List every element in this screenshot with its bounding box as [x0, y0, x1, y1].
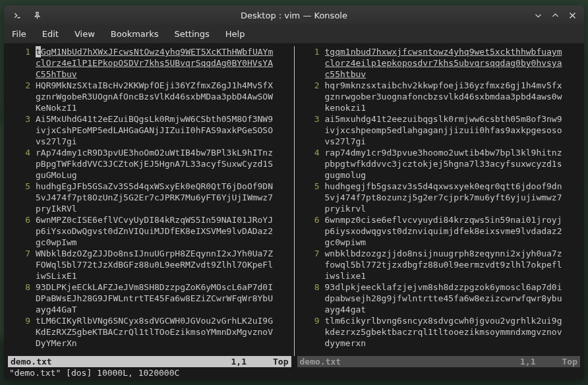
menu-file[interactable]: File [4, 25, 34, 43]
window-title: Desktop : vim — Konsole [4, 11, 584, 20]
vim-cmdline: "demo.txt" [dos] 10000L, 1020000C [8, 367, 580, 378]
menu-help[interactable]: Help [218, 25, 253, 43]
pin-icon[interactable] [29, 8, 45, 22]
titlebar[interactable]: Desktop : vim — Konsole [4, 5, 584, 25]
terminal-icon [9, 8, 25, 22]
status-filename: demo.txt [11, 356, 52, 367]
line-number-gutter: 1 2 3 4 5 6 7 8 9 [297, 46, 325, 356]
menu-bookmarks[interactable]: Bookmarks [103, 25, 167, 43]
cursor: t [36, 46, 41, 57]
buffer-right[interactable]: tgqm1nbud7hxwxjfcwsntowz4yhq9wet5xckthhw… [325, 46, 581, 356]
konsole-window: Desktop : vim — Konsole File Edit View B… [4, 5, 584, 380]
vim-pane-left[interactable]: 1 2 3 4 5 6 7 8 9 tGqM1NbUd7hXWxJFcwsNtO… [8, 46, 291, 356]
close-button[interactable] [564, 8, 580, 22]
statusline-inactive: demo.txt 1,1 Top [297, 356, 581, 367]
status-scroll: Top [273, 356, 288, 367]
vim-pane-right[interactable]: 1 2 3 4 5 6 7 8 9 tgqm1nbud7hxwxjfcwsnto… [297, 46, 581, 356]
vim-statusline: demo.txt 1,1 Top demo.txt 1,1 Top [8, 356, 580, 367]
menubar: File Edit View Bookmarks Settings Help [4, 25, 584, 44]
status-filename: demo.txt [300, 356, 341, 367]
vim-splits: 1 2 3 4 5 6 7 8 9 tGqM1NbUd7hXWxJFcwsNtO… [8, 46, 580, 356]
maximize-button[interactable] [547, 8, 563, 22]
status-scroll: Top [562, 356, 577, 367]
terminal-area[interactable]: 1 2 3 4 5 6 7 8 9 tGqM1NbUd7hXWxJFcwsNtO… [4, 44, 584, 380]
statusline-active: demo.txt 1,1 Top [8, 356, 291, 367]
menu-settings[interactable]: Settings [166, 25, 217, 43]
menu-view[interactable]: View [67, 25, 103, 43]
status-position: 1,1 [520, 356, 562, 367]
menu-edit[interactable]: Edit [34, 25, 67, 43]
line-number-gutter: 1 2 3 4 5 6 7 8 9 [8, 46, 36, 356]
minimize-button[interactable] [530, 8, 546, 22]
vertical-split-bar[interactable] [291, 46, 297, 356]
status-position: 1,1 [231, 356, 273, 367]
buffer-left[interactable]: tGqM1NbUd7hXWxJFcwsNtOwz4yhq9WET5XcKThHW… [36, 46, 291, 356]
